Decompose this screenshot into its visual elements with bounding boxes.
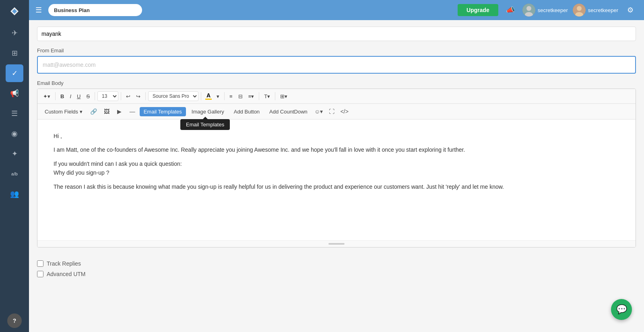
hr-button[interactable]: —	[127, 106, 138, 117]
add-button-label: Add Button	[234, 109, 260, 115]
divider-5	[201, 92, 201, 100]
magic-button[interactable]: ✦▾	[41, 92, 53, 101]
custom-fields-button[interactable]: Custom Fields ▾	[41, 107, 87, 116]
divider-4	[145, 92, 146, 100]
broadcast-icon: 📢	[10, 89, 19, 98]
ul-icon: ≡	[229, 93, 233, 99]
upgrade-button[interactable]: Upgrade	[458, 4, 498, 16]
plan-label: Business Plan	[54, 7, 90, 13]
user-name-2: secretkeeper	[588, 7, 618, 13]
add-button-button[interactable]: Add Button	[230, 107, 264, 116]
scroll-indicator	[37, 240, 636, 247]
undo-button[interactable]: ↩	[124, 92, 133, 101]
sidebar-item-help[interactable]: ?	[7, 313, 22, 328]
image-gallery-button[interactable]: Image Gallery	[188, 107, 228, 116]
sidebar-item-send[interactable]: ✈	[6, 24, 23, 42]
sidebar-item-grid[interactable]: ⊞	[6, 44, 23, 62]
advanced-utm-label[interactable]: Advanced UTM	[47, 271, 85, 277]
video-icon: ▶	[117, 108, 122, 115]
drops-icon: ◉	[11, 129, 18, 138]
font-select[interactable]: Source Sans Pro Arial Georgia	[148, 91, 198, 101]
strikethrough-button[interactable]: S	[84, 92, 92, 101]
settings-icon[interactable]: ⚙	[623, 3, 638, 17]
sidebar-item-list[interactable]: ☰	[6, 105, 23, 122]
from-email-input[interactable]	[37, 56, 636, 74]
user-section-1[interactable]: secretkeeper	[522, 4, 568, 16]
ol-button[interactable]: ⊟	[236, 92, 245, 101]
divider-2	[95, 92, 95, 100]
redo-button[interactable]: ↪	[134, 92, 143, 101]
scroll-handle	[328, 243, 345, 245]
advanced-utm-checkbox[interactable]	[37, 271, 43, 277]
app-logo[interactable]	[7, 4, 22, 19]
editor-container: ✦▾ B I U S 13 14 16 18	[37, 89, 636, 247]
sidebar-item-check[interactable]: ✓	[6, 64, 23, 82]
add-countdown-button[interactable]: Add CountDown	[265, 107, 312, 116]
email-templates-tooltip: Email Templates	[180, 119, 230, 130]
underline-button[interactable]: U	[74, 92, 83, 101]
sidebar-item-contacts[interactable]: 👥	[6, 185, 23, 203]
custom-fields-arrow: ▾	[80, 109, 83, 115]
add-countdown-label: Add CountDown	[269, 109, 308, 115]
avatar-1	[522, 4, 535, 16]
emoji-button[interactable]: ☺▾	[313, 106, 324, 117]
chat-bubble[interactable]: 💬	[611, 299, 632, 320]
email-templates-button[interactable]: Email Templates	[140, 107, 186, 116]
link-button[interactable]: 🔗	[88, 106, 99, 117]
code-button[interactable]: </>	[339, 106, 350, 117]
sidebar-item-broadcast[interactable]: 📢	[6, 85, 23, 102]
text-style-icon: T▾	[264, 93, 270, 99]
advanced-utm-row: Advanced UTM	[37, 271, 636, 277]
ul-button[interactable]: ≡	[227, 92, 235, 101]
toolbar-row2: Custom Fields ▾ 🔗 🖼 ▶ —	[37, 104, 636, 120]
italic-button[interactable]: I	[67, 92, 74, 101]
divider-8	[275, 92, 275, 100]
paragraph1-text: I am Matt, one of the co-founders of Awe…	[54, 145, 619, 154]
text-style-button[interactable]: T▾	[262, 92, 272, 101]
from-email-label: From Email	[37, 47, 636, 54]
link-icon: 🔗	[90, 108, 97, 115]
email-body-group: Email Body ✦▾ B I U S 13	[37, 80, 636, 247]
svg-point-4	[577, 6, 582, 11]
divider-1	[55, 92, 56, 100]
font-size-select[interactable]: 13 14 16 18	[97, 91, 118, 101]
table-button[interactable]: ⊞▾	[278, 92, 290, 101]
svg-point-1	[526, 6, 531, 11]
automation-icon: ✦	[12, 149, 18, 158]
align-button[interactable]: ≡▾	[246, 92, 257, 101]
notifications-icon[interactable]: 📣	[503, 3, 518, 17]
image-button[interactable]: 🖼	[101, 106, 112, 117]
code-icon: </>	[341, 108, 349, 115]
sidebar-item-automation[interactable]: ✦	[6, 145, 23, 163]
bold-button[interactable]: B	[58, 92, 66, 101]
menu-icon[interactable]: ☰	[35, 6, 42, 14]
help-icon: ?	[13, 318, 17, 324]
video-button[interactable]: ▶	[114, 106, 125, 117]
image-gallery-label: Image Gallery	[192, 109, 224, 115]
send-via-button[interactable]: Send Via SendX	[92, 6, 136, 14]
color-dropdown-button[interactable]: ▾	[214, 92, 222, 101]
track-replies-label[interactable]: Track Replies	[47, 260, 81, 267]
ab-icon: a/b	[11, 171, 18, 176]
fullscreen-button[interactable]: ⛶	[326, 106, 337, 117]
sidebar-item-ab[interactable]: a/b	[6, 165, 23, 183]
track-replies-row: Track Replies	[37, 260, 636, 267]
greeting-text: Hi ,	[54, 132, 619, 140]
user-section-2[interactable]: secretkeeper	[573, 4, 618, 16]
divider-6	[224, 92, 225, 100]
contacts-icon: 👥	[10, 190, 19, 198]
color-indicator	[205, 99, 212, 100]
from-email-group: From Email	[37, 47, 636, 74]
sidebar-item-drops[interactable]: ◉	[6, 125, 23, 142]
align-icon: ≡▾	[248, 93, 254, 99]
main-content: ☰ Business Plan Send Via SendX Upgrade 📣…	[29, 0, 644, 332]
table-icon: ⊞▾	[280, 93, 287, 99]
from-name-input[interactable]	[37, 27, 636, 41]
editor-body[interactable]: Hi , I am Matt, one of the co-founders o…	[37, 120, 636, 240]
emoji-icon: ☺▾	[314, 108, 323, 115]
track-replies-checkbox[interactable]	[37, 260, 43, 267]
email-body-label: Email Body	[37, 80, 636, 86]
color-button[interactable]: A	[204, 92, 213, 101]
from-name-group	[37, 27, 636, 41]
plan-badge: Business Plan Send Via SendX	[48, 4, 142, 16]
